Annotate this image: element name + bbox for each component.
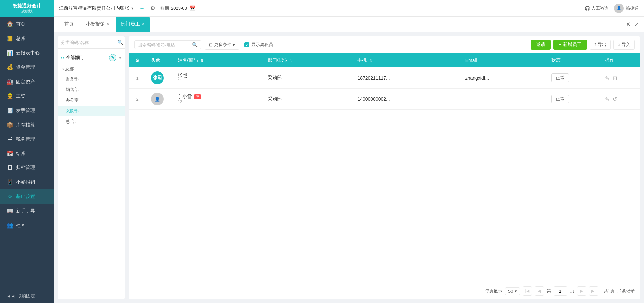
sidebar-item-tax[interactable]: 🏛 税务管理 [0,132,54,146]
tab-bar: 首页 小畅报销 × 部门员工 × ✕ ⤢ [54,17,644,32]
sidebar-item-salary[interactable]: 👷 工资 [0,89,54,103]
filter-chevron-icon: ▾ [233,42,235,47]
edit-icon[interactable]: ✎ [605,96,609,102]
headset-icon: 🎧 [585,6,590,11]
service-label: 人工咨询 [591,5,609,11]
sidebar-item-home[interactable]: 🏠 首页 [0,17,54,31]
dept-item-hq[interactable]: 总 部 [58,116,125,127]
sidebar-item-guide[interactable]: 📖 新手引导 [0,204,54,218]
invite-button[interactable]: 邀请 [531,40,551,50]
employee-search-icon[interactable]: 🔍 [192,42,198,47]
tab-label: 部门员工 [121,21,140,27]
status-badge: 正常 [551,73,569,82]
employee-search-box: 🔍 [134,40,201,49]
tab-home[interactable]: 首页 [59,17,79,32]
dept-search-input[interactable] [61,40,117,45]
tax-icon: 🏛 [7,136,13,142]
delete-icon[interactable]: ↺ [613,96,617,102]
tab-close-icon[interactable]: × [107,22,109,27]
settings-nav-icon: ⚙ [7,193,13,200]
sidebar-item-close[interactable]: 📅 结账 [0,146,54,161]
sidebar-item-label: 社区 [16,222,25,229]
add-employee-button[interactable]: + 新增员工 [553,40,587,50]
tab-dept-employee[interactable]: 部门员工 × [116,17,150,32]
tab-close-icon[interactable]: × [142,22,144,27]
row-num: 2 [129,89,146,110]
row-code: 12 [178,100,257,104]
sidebar-bottom-label: 取消固定 [17,293,35,299]
reports-icon: 📊 [7,50,13,56]
sidebar-item-ledger[interactable]: 📒 总账 [0,31,54,46]
col-phone[interactable]: 手机 ⇅ [352,53,460,67]
import-label: 导入 [622,42,630,48]
logout-icon[interactable]: ⊡ [613,75,617,81]
prev-page-button[interactable]: ◀ [535,286,544,296]
sidebar-item-expense[interactable]: 📱 小畅报销 [0,175,54,189]
dept-item-sales[interactable]: 销售部 [58,84,125,95]
user-name: 畅捷通 [626,5,639,11]
dept-item-finance[interactable]: 财务部 [58,73,125,84]
row-phone: 14000000002... [352,89,460,110]
show-resigned-toggle[interactable]: ✓ 显示离职员工 [244,42,277,48]
dept-group-parent[interactable]: ▾ 总部 [58,64,125,73]
row-num: 1 [129,67,146,89]
row-name: 张熙 [178,72,187,79]
row-dept: 采购部 [262,67,352,89]
sidebar-item-label: 基础设置 [16,194,35,200]
invoice-icon: 🧾 [7,107,13,114]
dept-collapse-icon[interactable]: « [119,55,121,60]
close-window-icon[interactable]: ✕ [626,21,630,28]
first-page-button[interactable]: |◀ [523,286,532,296]
sidebar-item-label: 税务管理 [16,136,35,142]
edit-icon[interactable]: ✎ [605,75,609,81]
col-email: Email [460,53,546,67]
settings-icon[interactable]: ⚙ [150,5,155,11]
col-settings[interactable]: ⚙ [129,53,146,67]
dept-all-header[interactable]: ▪▪ 全部部门 ✎ « [58,51,125,64]
page-number-input[interactable] [554,286,567,296]
sidebar-pin-button[interactable]: ◄◄ 取消固定 [0,289,54,303]
sidebar-item-funds[interactable]: 💰 资金管理 [0,60,54,74]
company-name: 江西服宝精品有限责任公司内账张 [59,5,129,11]
sidebar-item-community[interactable]: 👥 社区 [0,218,54,233]
show-resigned-checkbox[interactable]: ✓ [244,42,249,47]
col-dept[interactable]: 部门/职位 ⇅ [262,53,352,67]
row-email [460,89,546,110]
dept-edit-icon[interactable]: ✎ [109,54,116,61]
dept-search-box: 🔍 [58,36,125,49]
company-dropdown-icon[interactable]: ▾ [131,6,133,11]
expand-window-icon[interactable]: ⤢ [634,21,639,28]
period-label: 账期 [160,5,169,11]
sidebar-item-invoice[interactable]: 🧾 发票管理 [0,103,54,118]
sidebar-scroll: 🏠 首页 📒 总账 📊 云报表中心 💰 资金管理 🏭 固定资产 👷 工资 [0,17,54,289]
dept-tree: ▪▪ 全部部门 ✎ « ▾ 总部 财务部 [58,49,125,299]
employee-search-input[interactable] [138,42,190,47]
tab-expense[interactable]: 小畅报销 × [80,17,114,32]
sidebar-item-label: 总账 [16,36,25,42]
table-row: 2👤宁小雪应12采购部14000000002...正常✎↺ [129,89,640,110]
last-page-button[interactable]: ▶| [589,286,598,296]
col-avatar: 头像 [146,53,172,67]
add-tab-icon[interactable]: ＋ [139,4,145,12]
pin-icon: ◄◄ [7,294,15,299]
sidebar-item-inventory[interactable]: 📦 库存核算 [0,118,54,132]
import-button[interactable]: ⤵ 导入 [613,40,635,50]
calendar-icon[interactable]: 📅 [189,5,196,11]
dept-item-purchase[interactable]: 采购部 [58,106,125,116]
dept-item-office[interactable]: 办公室 [58,95,125,106]
sidebar-item-settings[interactable]: ⚙ 基础设置 [0,189,54,204]
sidebar-item-archive[interactable]: 🗄 归档管理 [0,161,54,175]
sidebar-item-reports[interactable]: 📊 云报表中心 [0,46,54,60]
toolbar: 🔍 ⊟ 更多条件 ▾ ✓ 显示离职员工 邀请 + 新增员工 [129,36,640,53]
col-actions: 操作 [600,53,640,67]
col-name[interactable]: 姓名/编码 ⇅ [172,53,262,67]
export-button[interactable]: ⤴ 导出 [590,40,611,50]
per-page-select[interactable]: 50 ▾ [505,287,520,295]
next-page-button[interactable]: ▶ [577,286,586,296]
dept-search-icon[interactable]: 🔍 [117,40,123,45]
user-area[interactable]: 👤 畅捷通 [614,4,639,13]
filter-button[interactable]: ⊟ 更多条件 ▾ [205,40,239,50]
service-button[interactable]: 🎧 人工咨询 [585,5,609,11]
row-email: zhangxidf... [460,67,546,89]
sidebar-item-assets[interactable]: 🏭 固定资产 [0,74,54,89]
